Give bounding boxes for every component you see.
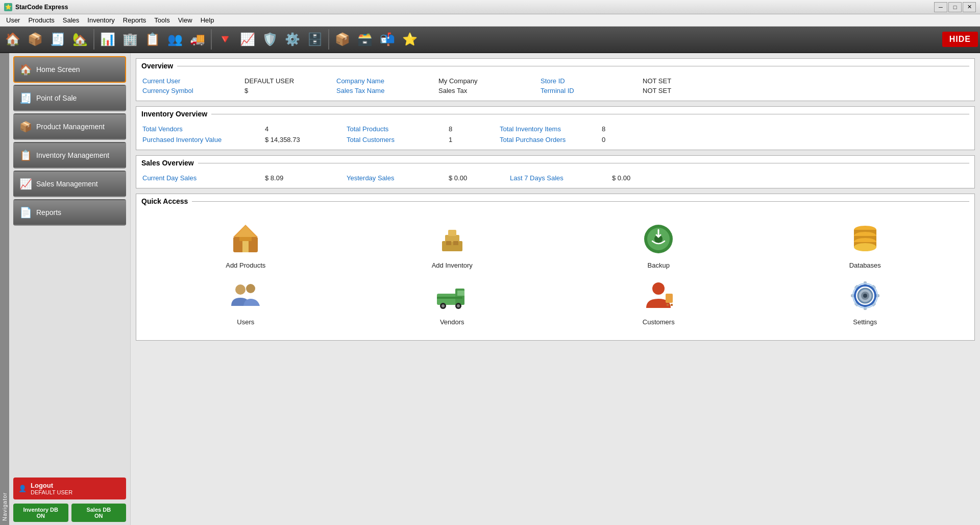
current-user-label[interactable]: Current User xyxy=(142,77,244,85)
logout-button[interactable]: 👤 Logout DEFAULT USER xyxy=(13,478,126,499)
terminal-id-value: NOT SET xyxy=(643,87,704,94)
inventory-management-icon: 📋 xyxy=(19,149,32,161)
toolbar-truck-icon[interactable]: 🚚 xyxy=(187,29,208,50)
settings-label: Settings xyxy=(853,318,877,326)
company-name-label[interactable]: Company Name xyxy=(336,77,438,85)
total-inventory-items-label[interactable]: Total Inventory Items xyxy=(500,125,602,133)
backup-label: Backup xyxy=(648,261,670,269)
toolbar-shield-icon[interactable]: 🛡️ xyxy=(259,29,281,50)
toolbar-chart-icon[interactable]: 📊 xyxy=(97,29,118,50)
navigator-tab[interactable]: Navigator xyxy=(0,53,9,525)
sales-tax-name-label[interactable]: Sales Tax Name xyxy=(336,87,438,94)
toolbar-arrow-icon[interactable]: 🔻 xyxy=(214,29,236,50)
sales-overview-title: Sales Overview xyxy=(136,156,974,170)
toolbar-pos-icon[interactable]: 🧾 xyxy=(47,29,68,50)
menu-inventory[interactable]: Inventory xyxy=(83,15,118,25)
qa-add-products[interactable]: Add Products xyxy=(142,221,349,269)
toolbar-report-icon[interactable]: 📋 xyxy=(142,29,163,50)
toolbar-org-icon[interactable]: 🏢 xyxy=(119,29,141,50)
users-label: Users xyxy=(237,318,254,326)
qa-vendors[interactable]: Vendors xyxy=(349,277,556,326)
current-user-value: DEFAULT USER xyxy=(244,77,336,85)
minimize-button[interactable]: ─ xyxy=(934,2,947,12)
overview-title: Overview xyxy=(136,59,974,73)
toolbar-sep-2 xyxy=(211,29,212,50)
sales-tax-name-value: Sales Tax xyxy=(438,87,541,94)
sidebar-item-sales-management[interactable]: 📈 Sales Management xyxy=(13,171,126,197)
last-7-days-sales-value: $ 0.00 xyxy=(612,174,653,182)
logout-user-icon: 👤 xyxy=(18,485,27,492)
toolbar-graph-icon[interactable]: 📈 xyxy=(237,29,258,50)
sales-overview-body: Current Day Sales $ 8.09 Yesterday Sales… xyxy=(136,170,974,188)
toolbar-users-icon[interactable]: 👥 xyxy=(164,29,186,50)
last-7-days-sales-label[interactable]: Last 7 Days Sales xyxy=(510,174,612,182)
sidebar-item-point-of-sale[interactable]: 🧾 Point of Sale xyxy=(13,85,126,111)
hide-button[interactable]: HIDE xyxy=(942,32,978,47)
total-customers-label[interactable]: Total Customers xyxy=(347,136,449,144)
toolbar-product-icon[interactable]: 📦 xyxy=(24,29,46,50)
db-buttons: Inventory DBON Sales DBON xyxy=(13,504,126,522)
svg-rect-32 xyxy=(667,304,669,306)
toolbar-open-box-icon[interactable]: 📬 xyxy=(377,29,398,50)
svg-rect-5 xyxy=(442,241,462,251)
sidebar-item-product-management[interactable]: 📦 Product Management xyxy=(13,113,126,140)
purchased-inventory-value-label[interactable]: Purchased Inventory Value xyxy=(142,136,265,144)
qa-users[interactable]: Users xyxy=(142,277,349,326)
total-purchase-orders-value: 0 xyxy=(602,136,643,144)
menu-products[interactable]: Products xyxy=(24,15,58,25)
svg-rect-2 xyxy=(242,241,249,252)
sales-db-button[interactable]: Sales DBON xyxy=(71,504,127,522)
title-bar-left: ⭐ StarCode Express xyxy=(4,3,68,11)
currency-symbol-value: $ xyxy=(244,87,336,94)
sidebar-item-reports[interactable]: 📄 Reports xyxy=(13,199,126,226)
quick-access-title: Quick Access xyxy=(136,194,974,208)
toolbar-house-icon[interactable]: 🏡 xyxy=(69,29,91,50)
menu-sales[interactable]: Sales xyxy=(59,15,84,25)
svg-rect-3 xyxy=(239,237,252,241)
databases-icon xyxy=(847,221,884,257)
restore-button[interactable]: □ xyxy=(948,2,962,12)
quick-access-grid: Add Products Add Invento xyxy=(142,212,968,334)
store-id-label[interactable]: Store ID xyxy=(541,77,643,85)
menu-help[interactable]: Help xyxy=(197,15,218,25)
overview-section: Overview Current User DEFAULT USER Compa… xyxy=(136,58,975,101)
menu-reports[interactable]: Reports xyxy=(119,15,151,25)
menu-tools[interactable]: Tools xyxy=(150,15,174,25)
close-button[interactable]: ✕ xyxy=(963,2,976,12)
menu-view[interactable]: View xyxy=(174,15,197,25)
overview-body: Current User DEFAULT USER Company Name M… xyxy=(136,73,974,101)
svg-rect-33 xyxy=(671,304,673,306)
inventory-db-button[interactable]: Inventory DBON xyxy=(13,504,68,522)
currency-symbol-label[interactable]: Currency Symbol xyxy=(142,87,244,94)
home-screen-label: Home Screen xyxy=(36,65,80,74)
main-content: Overview Current User DEFAULT USER Compa… xyxy=(131,53,980,525)
qa-settings[interactable]: Settings xyxy=(762,277,969,326)
sidebar-item-home-screen[interactable]: 🏠 Home Screen xyxy=(13,56,126,83)
toolbar-home-icon[interactable]: 🏠 xyxy=(2,29,23,50)
toolbar-db-icon[interactable]: 🗄️ xyxy=(304,29,326,50)
menu-user[interactable]: User xyxy=(2,15,24,25)
pos-icon: 🧾 xyxy=(19,92,32,104)
toolbar-box-icon[interactable]: 📦 xyxy=(332,29,353,50)
yesterday-sales-label[interactable]: Yesterday Sales xyxy=(347,174,449,182)
qa-add-inventory[interactable]: Add Inventory xyxy=(349,221,556,269)
svg-point-36 xyxy=(863,294,867,298)
toolbar-gear-icon[interactable]: ⚙️ xyxy=(282,29,303,50)
qa-databases[interactable]: Databases xyxy=(762,221,969,269)
total-purchase-orders-label[interactable]: Total Purchase Orders xyxy=(500,136,602,144)
toolbar-sep-3 xyxy=(328,29,329,50)
qa-customers[interactable]: Customers xyxy=(555,277,762,326)
total-products-label[interactable]: Total Products xyxy=(347,125,449,133)
inventory-management-label: Inventory Management xyxy=(36,151,109,159)
terminal-id-label[interactable]: Terminal ID xyxy=(541,87,643,94)
svg-point-21 xyxy=(246,284,255,293)
toolbar-star-icon[interactable]: ⭐ xyxy=(399,29,421,50)
inventory-overview-title: Inventory Overview xyxy=(136,107,974,121)
qa-backup[interactable]: Backup xyxy=(555,221,762,269)
svg-point-28 xyxy=(457,304,460,307)
toolbar-boxes-icon[interactable]: 🗃️ xyxy=(354,29,376,50)
sidebar-item-inventory-management[interactable]: 📋 Inventory Management xyxy=(13,142,126,169)
current-day-sales-label[interactable]: Current Day Sales xyxy=(142,174,265,182)
vendors-label: Vendors xyxy=(440,318,464,326)
total-vendors-label[interactable]: Total Vendors xyxy=(142,125,265,133)
